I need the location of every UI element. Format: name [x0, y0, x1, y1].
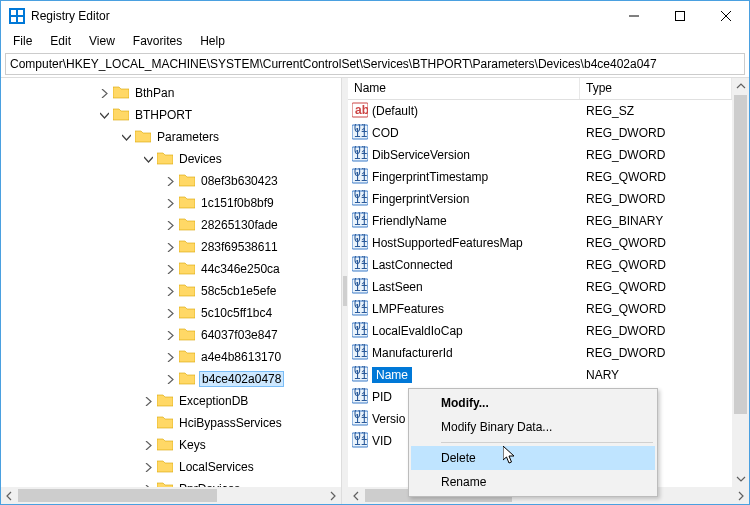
maximize-button[interactable] [657, 1, 703, 31]
value-type: REG_BINARY [580, 214, 732, 228]
list-row[interactable]: LocalEvaldIoCapREG_DWORD [348, 320, 732, 342]
chevron-right-icon[interactable] [163, 350, 177, 364]
value-name: FriendlyName [372, 214, 447, 228]
tree-item[interactable]: LocalServices [1, 456, 341, 478]
chevron-right-icon[interactable] [163, 240, 177, 254]
value-name: Name [372, 367, 412, 383]
address-bar[interactable]: Computer\HKEY_LOCAL_MACHINE\SYSTEM\Curre… [5, 53, 745, 75]
menu-favorites[interactable]: Favorites [125, 32, 190, 50]
list-row[interactable]: LastConnectedREG_QWORD [348, 254, 732, 276]
tree-item[interactable]: 58c5cb1e5efe [1, 280, 341, 302]
tree-item-label: 64037f03e847 [199, 327, 280, 343]
cm-delete[interactable]: Delete [411, 446, 655, 470]
scroll-left-button[interactable] [1, 487, 18, 504]
value-name: FingerprintTimestamp [372, 170, 488, 184]
list-row[interactable]: CODREG_DWORD [348, 122, 732, 144]
binary-value-icon [352, 300, 372, 319]
chevron-right-icon[interactable] [163, 306, 177, 320]
tree-item[interactable]: BTHPORT [1, 104, 341, 126]
list-row[interactable]: LMPFeaturesREG_QWORD [348, 298, 732, 320]
scroll-down-button[interactable] [732, 470, 749, 487]
list-row[interactable]: HostSupportedFeaturesMapREG_QWORD [348, 232, 732, 254]
chevron-down-icon[interactable] [141, 152, 155, 166]
chevron-right-icon[interactable] [163, 174, 177, 188]
menu-help[interactable]: Help [192, 32, 233, 50]
chevron-right-icon[interactable] [97, 86, 111, 100]
svg-rect-10 [676, 12, 685, 21]
value-name: Versio [372, 412, 405, 426]
chevron-right-icon[interactable] [163, 372, 177, 386]
chevron-down-icon[interactable] [97, 108, 111, 122]
scroll-right-button[interactable] [732, 487, 749, 504]
tree-scrollbar-h[interactable] [1, 487, 341, 504]
tree-item[interactable]: a4e4b8613170 [1, 346, 341, 368]
tree-item[interactable]: 283f69538611 [1, 236, 341, 258]
list-row[interactable]: ManufacturerIdREG_DWORD [348, 342, 732, 364]
tree-item[interactable]: ExceptionDB [1, 390, 341, 412]
tree-item[interactable]: Keys [1, 434, 341, 456]
folder-icon [157, 151, 177, 168]
chevron-right-icon[interactable] [163, 196, 177, 210]
value-name: LastSeen [372, 280, 423, 294]
binary-value-icon [352, 322, 372, 341]
tree-item-label: 5c10c5ff1bc4 [199, 305, 274, 321]
list-row[interactable]: DibServiceVersionREG_DWORD [348, 144, 732, 166]
list-row[interactable]: (Default)REG_SZ [348, 100, 732, 122]
list-scrollbar-v[interactable] [732, 78, 749, 487]
app-icon [9, 8, 25, 24]
cm-rename[interactable]: Rename [411, 470, 655, 494]
tree-item[interactable]: 5c10c5ff1bc4 [1, 302, 341, 324]
tree-item[interactable]: 1c151f0b8bf9 [1, 192, 341, 214]
chevron-right-icon[interactable] [163, 218, 177, 232]
menu-edit[interactable]: Edit [42, 32, 79, 50]
tree-item[interactable]: PnrDevices [1, 478, 341, 487]
list-row[interactable]: FingerprintTimestampREG_QWORD [348, 166, 732, 188]
value-type: REG_SZ [580, 104, 732, 118]
tree-item[interactable]: 64037f03e847 [1, 324, 341, 346]
list-row[interactable]: FingerprintVersionREG_DWORD [348, 188, 732, 210]
value-name: PID [372, 390, 392, 404]
value-name: (Default) [372, 104, 418, 118]
tree-item[interactable]: 44c346e250ca [1, 258, 341, 280]
menu-view[interactable]: View [81, 32, 123, 50]
value-type: REG_QWORD [580, 236, 732, 250]
binary-value-icon [352, 212, 372, 231]
chevron-right-icon[interactable] [163, 284, 177, 298]
chevron-down-icon[interactable] [119, 130, 133, 144]
scroll-right-button[interactable] [324, 487, 341, 504]
folder-icon [157, 415, 177, 432]
value-type: REG_DWORD [580, 126, 732, 140]
chevron-right-icon[interactable] [141, 460, 155, 474]
scroll-up-button[interactable] [732, 78, 749, 95]
tree-item[interactable]: 28265130fade [1, 214, 341, 236]
split-panes: BthPanBTHPORTParametersDevices08ef3b6304… [1, 77, 749, 504]
list-row[interactable]: FriendlyNameREG_BINARY [348, 210, 732, 232]
tree-item[interactable]: BthPan [1, 82, 341, 104]
string-value-icon [352, 102, 372, 121]
col-header-name[interactable]: Name [348, 78, 580, 99]
chevron-right-icon[interactable] [163, 262, 177, 276]
value-type: REG_QWORD [580, 302, 732, 316]
tree-item[interactable]: 08ef3b630423 [1, 170, 341, 192]
chevron-right-icon[interactable] [163, 328, 177, 342]
scroll-left-button[interactable] [348, 487, 365, 504]
tree-item-label: b4ce402a0478 [199, 371, 284, 387]
list-row[interactable]: NameNARY [348, 364, 732, 386]
tree-item[interactable]: b4ce402a0478 [1, 368, 341, 390]
close-button[interactable] [703, 1, 749, 31]
tree-item-label: 1c151f0b8bf9 [199, 195, 276, 211]
menu-bar: File Edit View Favorites Help [1, 31, 749, 51]
tree-item[interactable]: HciBypassServices [1, 412, 341, 434]
minimize-button[interactable] [611, 1, 657, 31]
cm-modify-binary[interactable]: Modify Binary Data... [411, 415, 655, 439]
list-row[interactable]: LastSeenREG_QWORD [348, 276, 732, 298]
tree-item[interactable]: Devices [1, 148, 341, 170]
menu-file[interactable]: File [5, 32, 40, 50]
col-header-type[interactable]: Type [580, 78, 732, 99]
tree-item-label: 08ef3b630423 [199, 173, 280, 189]
chevron-right-icon[interactable] [141, 438, 155, 452]
chevron-right-icon[interactable] [141, 394, 155, 408]
cm-modify[interactable]: Modify... [411, 391, 655, 415]
tree-item[interactable]: Parameters [1, 126, 341, 148]
registry-tree: BthPanBTHPORTParametersDevices08ef3b6304… [1, 78, 341, 487]
